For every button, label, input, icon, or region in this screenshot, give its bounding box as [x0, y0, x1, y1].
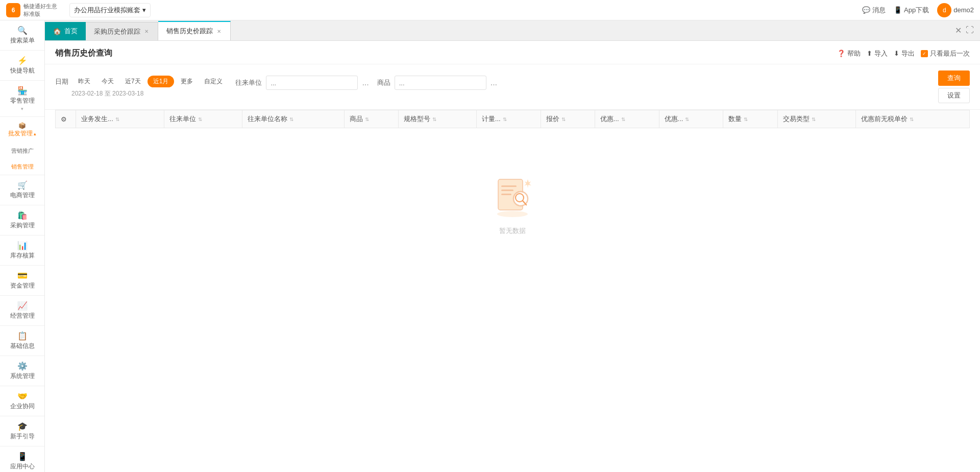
sidebar-item-label: 电商管理 [10, 191, 35, 200]
col-partner-name[interactable]: 往来单位名称⇅ [242, 110, 344, 128]
col-unit[interactable]: 计量...⇅ [476, 110, 541, 128]
product-filter: 商品 ... [377, 76, 497, 90]
only-last-checkbox[interactable]: ✓ 只看最后一次 [921, 49, 970, 58]
col-quantity[interactable]: 数量⇅ [723, 110, 777, 128]
col-spec[interactable]: 规格型号⇅ [398, 110, 476, 128]
sidebar-item-retail[interactable]: 🏪 零售管理 ▾ [0, 81, 44, 117]
search-icon: 🔍 [17, 26, 28, 35]
app-selector[interactable]: 办公用品行业模拟账套 ▾ [69, 3, 151, 17]
table-header-row: ⚙ 业务发生...⇅ 往来单位⇅ 往来单位名称⇅ 商品⇅ 规格型号⇅ 计量...… [56, 110, 970, 128]
close-all-tabs-btn[interactable]: ✕ [955, 26, 962, 35]
export-btn[interactable]: ⬇ 导出 [894, 49, 915, 58]
logo-area: 6 畅捷通好生意 标准版 [6, 3, 57, 17]
col-partner-code[interactable]: 往来单位⇅ [164, 110, 242, 128]
tab-purchase-history-label: 采购历史价跟踪 [94, 27, 140, 36]
import-icon: ⬆ [867, 50, 872, 57]
sidebar-item-label: 系统管理 [10, 372, 35, 381]
svg-point-0 [497, 211, 528, 217]
sidebar-item-label: 资金管理 [10, 281, 35, 290]
col-gear[interactable]: ⚙ [56, 110, 76, 128]
sidebar-item-operations[interactable]: 📈 经营管理 [0, 296, 44, 326]
query-button[interactable]: 查询 [938, 70, 970, 86]
page-header-actions: ❓ 帮助 ⬆ 导入 ⬇ 导出 ✓ 只看最后一次 [837, 49, 970, 58]
product-search-icon[interactable]: ... [491, 78, 497, 87]
operations-icon: 📈 [17, 301, 28, 311]
partner-filter: 往来单位 ... [235, 76, 369, 90]
sidebar-item-enterprise[interactable]: 🤝 企业协同 [0, 386, 44, 416]
app-center-icon: 📱 [17, 452, 28, 461]
logo-text: 畅捷通好生意 标准版 [23, 3, 57, 17]
product-input[interactable] [395, 76, 486, 90]
sidebar-section-wholesale: 📦 批发管理 ▴ 营销推广 销售管理 [0, 117, 44, 175]
sidebar-item-finance[interactable]: 💳 资金管理 [0, 266, 44, 296]
partner-input[interactable] [266, 76, 358, 90]
app-selector-label: 办公用品行业模拟账套 [74, 6, 140, 15]
sidebar-item-purchase[interactable]: 🛍️ 采购管理 [0, 205, 44, 235]
ecommerce-icon: 🛒 [17, 180, 28, 190]
sidebar-item-inventory[interactable]: 📊 库存核算 [0, 235, 44, 266]
sidebar-item-app-center[interactable]: 📱 应用中心 [0, 446, 44, 472]
tab-home-label: 首页 [64, 27, 78, 36]
date-buttons: 昨天 今天 近7天 近1月 更多 自定义 [74, 76, 227, 87]
partner-search-icon[interactable]: ... [362, 78, 369, 87]
product-label: 商品 [377, 78, 390, 87]
tab-sales-history-label: 销售历史价跟踪 [166, 27, 213, 36]
filter-area: 日期 昨天 今天 近7天 近1月 更多 自定义 2023-02-18 [45, 64, 980, 110]
date-btn-7days[interactable]: 近7天 [120, 76, 145, 87]
date-btn-today[interactable]: 今天 [97, 76, 118, 87]
sidebar-item-label: 新手引导 [10, 432, 35, 441]
date-btn-1month[interactable]: 近1月 [148, 76, 175, 87]
tab-sales-history[interactable]: 销售历史价跟踪 ✕ [158, 21, 231, 40]
empty-state: 暂无数据 [55, 128, 970, 276]
tab-bar: 🏠 首页 采购历史价跟踪 ✕ 销售历史价跟踪 ✕ ✕ ⛶ [45, 20, 980, 41]
wholesale-sub-items: 营销推广 销售管理 [0, 143, 44, 175]
date-btn-yesterday[interactable]: 昨天 [74, 76, 95, 87]
sidebar-item-ecommerce[interactable]: 🛒 电商管理 [0, 175, 44, 205]
sidebar-item-label: 批发管理 [8, 129, 33, 138]
sidebar-item-basic-info[interactable]: 📋 基础信息 [0, 326, 44, 356]
sidebar-item-quick-nav[interactable]: ⚡ 快捷导航 [0, 51, 44, 81]
chevron-down-icon: ▾ [142, 6, 146, 14]
col-quoted-price[interactable]: 报价⇅ [541, 110, 595, 128]
tab-actions: ✕ ⛶ [949, 20, 980, 40]
col-tax-free-price[interactable]: 优惠前无税单价⇅ [855, 110, 969, 128]
lightning-icon: ⚡ [17, 56, 28, 65]
sidebar-item-system[interactable]: ⚙️ 系统管理 [0, 356, 44, 386]
sidebar-item-wholesale[interactable]: 📦 批发管理 ▴ [0, 117, 44, 143]
sidebar-item-marketing[interactable]: 营销推广 [0, 143, 44, 159]
logo-icon: 6 [6, 3, 20, 17]
sidebar-item-guide[interactable]: 🎓 新手引导 [0, 416, 44, 446]
date-filter-row: 日期 昨天 今天 近7天 近1月 更多 自定义 [55, 76, 227, 87]
sidebar-item-label: 库存核算 [10, 251, 35, 260]
message-btn[interactable]: 💬 消息 [862, 6, 886, 15]
user-menu[interactable]: d demo2 [937, 3, 974, 17]
import-btn[interactable]: ⬆ 导入 [867, 49, 888, 58]
col-trade-type[interactable]: 交易类型⇅ [777, 110, 855, 128]
tab-purchase-history[interactable]: 采购历史价跟踪 ✕ [86, 22, 158, 40]
tab-sales-history-close[interactable]: ✕ [216, 28, 222, 35]
date-filter: 日期 昨天 今天 近7天 近1月 更多 自定义 2023-02-18 [55, 76, 227, 98]
settings-button[interactable]: 设置 [938, 88, 970, 103]
app-download-btn[interactable]: 📱 App下载 [894, 6, 929, 15]
col-discount2[interactable]: 优惠...⇅ [659, 110, 723, 128]
inventory-icon: 📊 [17, 241, 28, 250]
sidebar-item-search-menu[interactable]: 🔍 搜索菜单 [0, 20, 44, 51]
sidebar-item-sales-mgmt[interactable]: 销售管理 [0, 159, 44, 175]
date-btn-more[interactable]: 更多 [176, 76, 198, 87]
col-biz-date[interactable]: 业务发生...⇅ [76, 110, 164, 128]
help-icon: ❓ [837, 50, 845, 57]
sidebar: 🔍 搜索菜单 ⚡ 快捷导航 🏪 零售管理 ▾ 📦 批发管理 ▴ 营销推广 销售管… [0, 20, 45, 472]
col-discount1[interactable]: 优惠...⇅ [595, 110, 659, 128]
retail-icon: 🏪 [17, 86, 28, 96]
tab-home[interactable]: 🏠 首页 [45, 22, 86, 40]
date-btn-custom[interactable]: 自定义 [200, 76, 227, 87]
download-icon: 📱 [894, 6, 902, 14]
system-icon: ⚙️ [17, 361, 28, 371]
top-bar: 6 畅捷通好生意 标准版 办公用品行业模拟账套 ▾ 💬 消息 📱 App下载 d… [0, 0, 980, 20]
maximize-btn[interactable]: ⛶ [966, 26, 974, 35]
tab-purchase-history-close[interactable]: ✕ [143, 28, 150, 35]
help-btn[interactable]: ❓ 帮助 [837, 49, 861, 58]
col-product[interactable]: 商品⇅ [344, 110, 398, 128]
data-table: ⚙ 业务发生...⇅ 往来单位⇅ 往来单位名称⇅ 商品⇅ 规格型号⇅ 计量...… [55, 110, 970, 128]
chevron-up-icon: ▴ [34, 131, 36, 136]
